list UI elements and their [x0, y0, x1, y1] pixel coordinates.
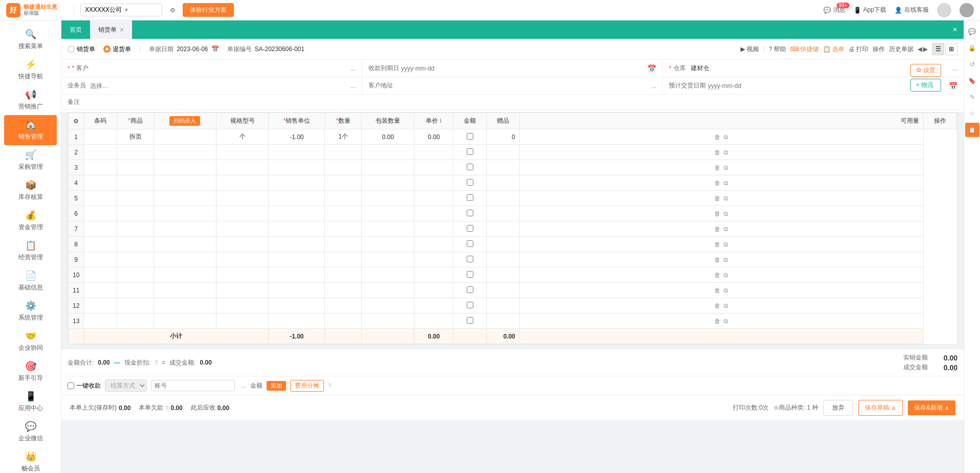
- copy-icon-6[interactable]: ⧉: [724, 210, 728, 217]
- message-btn[interactable]: 💬 消息 99+: [823, 6, 845, 14]
- settings-icon[interactable]: ⚙: [166, 4, 179, 16]
- product-type[interactable]: ⊙商品种类: 1 种: [774, 403, 818, 412]
- copy-icon-10[interactable]: ⧉: [724, 272, 728, 279]
- copy-icon-1[interactable]: ⧉: [724, 133, 728, 141]
- gift-checkbox-9[interactable]: [467, 256, 473, 262]
- row-qty-1[interactable]: -1.00: [269, 129, 325, 145]
- trial-button[interactable]: 体验行业方案: [183, 3, 234, 17]
- copy-icon-4[interactable]: ⧉: [724, 179, 728, 187]
- right-panel-btn-4[interactable]: 🔖: [965, 74, 979, 88]
- row-gift-1[interactable]: [453, 129, 487, 145]
- sidebar-item-wechat[interactable]: 💬 企业微信: [0, 417, 61, 447]
- setup-btn[interactable]: ⚙ 设置: [910, 64, 941, 77]
- gift-checkbox-13[interactable]: [467, 317, 473, 324]
- one-click-payment-checkbox[interactable]: 一键收款: [68, 381, 101, 390]
- gift-checkbox-11[interactable]: [467, 286, 473, 293]
- gift-checkbox-4[interactable]: [467, 179, 473, 186]
- salesperson-input[interactable]: [90, 82, 346, 89]
- right-panel-btn-2[interactable]: 🔒: [965, 41, 979, 55]
- col-settings[interactable]: ⚙: [69, 113, 84, 129]
- discount-info-icon[interactable]: ?: [155, 359, 158, 366]
- right-panel-btn-6[interactable]: ☆: [965, 106, 979, 121]
- online-service-btn[interactable]: 👤 在线客服: [895, 6, 929, 14]
- delete-icon-7[interactable]: 🗑: [714, 226, 721, 233]
- gift-checkbox-5[interactable]: [467, 194, 473, 201]
- company-selector[interactable]: XXXXXX公司 ▼: [80, 4, 162, 16]
- delivery-calendar-icon[interactable]: 📅: [949, 82, 957, 90]
- help-btn[interactable]: ? 帮助: [769, 45, 786, 54]
- delete-icon-10[interactable]: 🗑: [714, 272, 721, 279]
- copy-icon-2[interactable]: ⧉: [724, 149, 728, 156]
- right-panel-btn-1[interactable]: 💬: [965, 25, 979, 39]
- right-panel-btn-3[interactable]: ↺: [965, 57, 979, 72]
- collection-calendar-icon[interactable]: 📅: [647, 64, 656, 73]
- row-pkg-qty-1[interactable]: 1个: [325, 129, 362, 145]
- customer-input[interactable]: [95, 65, 346, 72]
- video-btn[interactable]: ▶ 视频: [741, 45, 759, 54]
- delete-icon-12[interactable]: 🗑: [714, 302, 721, 309]
- tab-close-icon[interactable]: ×: [120, 26, 124, 34]
- address-dots[interactable]: ...: [651, 82, 656, 89]
- calendar-icon[interactable]: 📅: [211, 46, 219, 53]
- gift-checkbox-10[interactable]: [467, 271, 473, 278]
- grid-view-btn[interactable]: ⊞: [945, 43, 957, 55]
- sidebar-item-purchase[interactable]: 🛒 采购管理: [0, 145, 61, 175]
- scan-btn[interactable]: 扫码录入: [169, 116, 200, 126]
- gift-checkbox-8[interactable]: [467, 240, 473, 247]
- account-input[interactable]: [151, 380, 235, 391]
- row-product-1[interactable]: 拆页: [117, 129, 154, 145]
- delete-icon-4[interactable]: 🗑: [714, 179, 721, 187]
- copy-icon-11[interactable]: ⧉: [724, 287, 728, 294]
- discard-btn[interactable]: 放弃: [823, 400, 853, 416]
- select-btn[interactable]: 📋 选单: [823, 45, 844, 54]
- avatar[interactable]: [937, 3, 951, 17]
- radio-sale-type[interactable]: 销货单: [68, 45, 95, 54]
- address-input[interactable]: [401, 82, 647, 89]
- delivery-date-input[interactable]: [708, 82, 945, 89]
- list-view-btn[interactable]: ☰: [932, 43, 944, 55]
- delete-icon-5[interactable]: 🗑: [714, 195, 721, 202]
- gift-checkbox-6[interactable]: [467, 210, 473, 216]
- single-debt-info[interactable]: ?: [165, 405, 168, 411]
- salesperson-dots[interactable]: ...: [351, 82, 356, 89]
- operation-btn[interactable]: 操作: [873, 45, 885, 54]
- row-price-1[interactable]: 0.00: [362, 129, 415, 145]
- sidebar-item-search[interactable]: 🔍 搜索菜单: [0, 25, 61, 55]
- row-unit-1[interactable]: 个: [216, 129, 269, 145]
- history-btn[interactable]: 历史单据: [889, 45, 913, 54]
- warehouse-input[interactable]: [691, 65, 948, 72]
- delete-icon-8[interactable]: 🗑: [714, 241, 721, 248]
- sidebar-item-finance[interactable]: 💰 资金管理: [0, 206, 61, 236]
- sidebar-item-guide[interactable]: 🎯 新手引导: [0, 356, 61, 387]
- warehouse-dots[interactable]: ...: [952, 65, 957, 72]
- sidebar-item-apps[interactable]: 📱 应用中心: [0, 387, 61, 417]
- delete-icon-2[interactable]: 🗑: [714, 149, 721, 156]
- row-amount-1[interactable]: 0.00: [415, 129, 453, 145]
- avatar2[interactable]: [960, 3, 974, 17]
- delete-icon-9[interactable]: 🗑: [714, 256, 721, 263]
- doc-no-value[interactable]: SA-20230606-001: [255, 46, 304, 53]
- fee-split-btn[interactable]: 费用分摊: [290, 380, 324, 392]
- gift-checkbox-3[interactable]: [467, 164, 473, 170]
- logistics-btn[interactable]: + 物流: [910, 79, 941, 92]
- copy-icon-12[interactable]: ⧉: [724, 302, 728, 309]
- save-new-btn[interactable]: 保存&新增 ∧: [908, 400, 955, 415]
- row-barcode-1[interactable]: [84, 129, 117, 145]
- sidebar-item-system[interactable]: ⚙️ 系统管理: [0, 296, 61, 326]
- sidebar-item-inventory[interactable]: 📦 库存核算: [0, 175, 61, 206]
- delete-icon-11[interactable]: 🗑: [714, 287, 721, 294]
- app-download-btn[interactable]: 📱 App下载: [854, 6, 886, 14]
- sidebar-item-basic[interactable]: 📄 基础信息: [0, 266, 61, 296]
- sidebar-item-marketing[interactable]: 📢 营销推广: [0, 85, 61, 115]
- copy-icon-3[interactable]: ⧉: [724, 164, 728, 171]
- copy-icon-9[interactable]: ⧉: [724, 256, 728, 263]
- delete-icon-6[interactable]: 🗑: [714, 210, 721, 217]
- delete-icon-3[interactable]: 🗑: [714, 164, 721, 171]
- delete-icon-1[interactable]: 🗑: [714, 133, 721, 141]
- remark-input[interactable]: [90, 99, 957, 106]
- account-dots[interactable]: ...: [241, 382, 246, 389]
- price-info-icon[interactable]: ℹ: [440, 118, 442, 124]
- fee-info-icon[interactable]: ?: [328, 382, 331, 389]
- sidebar-item-operations[interactable]: 📋 经营管理: [0, 236, 61, 266]
- tab-home[interactable]: 首页: [61, 20, 90, 39]
